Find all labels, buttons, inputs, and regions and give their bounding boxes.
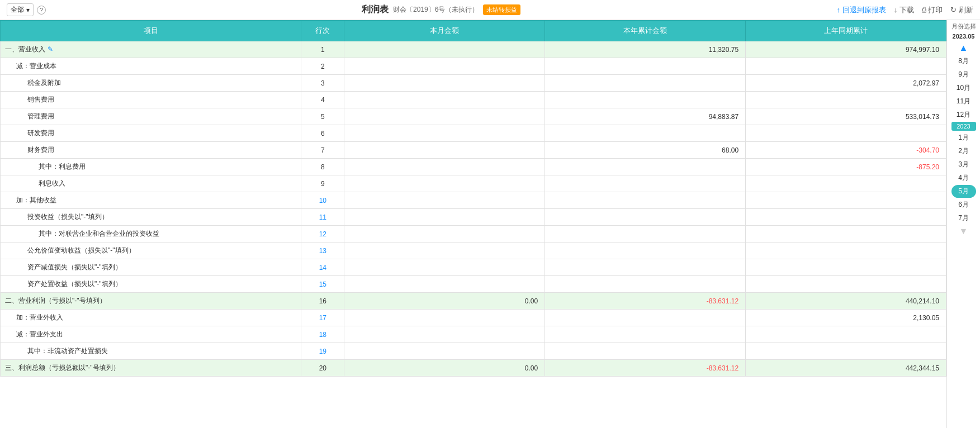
- cell-row-num: 6: [301, 125, 344, 142]
- cell-lastyear: [746, 192, 946, 209]
- cell-item: 三、利润总额（亏损总额以"-"号填列）: [1, 360, 301, 377]
- cell-year: 11,320.75: [545, 41, 746, 58]
- cell-row-num: 8: [301, 159, 344, 175]
- cell-month: [344, 75, 545, 92]
- cell-lastyear: [746, 326, 946, 343]
- top-bar: 全部 ▾ ? 利润表 财会〔2019〕6号（未执行） 未结转损益 ↑ 回退到原报…: [0, 0, 980, 20]
- month-btn[interactable]: 8月: [951, 55, 976, 68]
- month-btn[interactable]: 2023: [951, 122, 976, 131]
- cell-item: 管理费用: [1, 108, 301, 125]
- col-header-item: 项目: [1, 21, 301, 41]
- month-btn[interactable]: 2月: [951, 145, 976, 158]
- cell-row-num: 18: [301, 326, 344, 343]
- month-btn[interactable]: 12月: [951, 108, 976, 121]
- cell-item: 一、营业收入✎: [1, 41, 301, 58]
- print-button[interactable]: ⎙ 打印: [922, 5, 943, 15]
- table-row: 一、营业收入✎111,320.75974,997.10: [1, 41, 946, 58]
- cell-item: 减：营业成本: [1, 58, 301, 75]
- cell-lastyear: [746, 175, 946, 192]
- sidebar-month-title: 月份选择: [951, 22, 976, 31]
- download-button[interactable]: ↓ 下载: [894, 5, 914, 15]
- table-row: 三、利润总额（亏损总额以"-"号填列）200.00-83,631.12442,3…: [1, 360, 946, 377]
- cell-lastyear: [746, 276, 946, 293]
- table-row: 利息收入9: [1, 175, 946, 192]
- cell-lastyear: [746, 226, 946, 242]
- cell-month: [344, 92, 545, 108]
- cell-lastyear: 442,344.15: [746, 360, 946, 377]
- cell-item: 加：营业外收入: [1, 310, 301, 326]
- month-btn[interactable]: 5月: [951, 185, 976, 198]
- help-icon[interactable]: ?: [37, 6, 46, 15]
- cell-lastyear: [746, 259, 946, 276]
- table-row: 财务费用768.00-304.70: [1, 142, 946, 159]
- cell-year: [545, 276, 746, 293]
- cell-lastyear: [746, 242, 946, 259]
- cell-item: 二、营业利润（亏损以"-"号填列）: [1, 293, 301, 310]
- table-row: 加：其他收益10: [1, 192, 946, 209]
- cell-lastyear: -304.70: [746, 142, 946, 159]
- cell-month: [344, 242, 545, 259]
- cell-lastyear: [746, 209, 946, 226]
- cell-month: [344, 326, 545, 343]
- cell-lastyear: 533,014.73: [746, 108, 946, 125]
- cell-item: 其中：非流动资产处置损失: [1, 343, 301, 360]
- cell-row-num: 13: [301, 242, 344, 259]
- table-row: 资产处置收益（损失以"-"填列）15: [1, 276, 946, 293]
- refresh-button[interactable]: ↻ 刷新: [950, 5, 973, 15]
- cell-row-num: 9: [301, 175, 344, 192]
- month-btn[interactable]: 3月: [951, 158, 976, 171]
- cell-row-num: 2: [301, 58, 344, 75]
- table-row: 其中：利息费用8-875.20: [1, 159, 946, 175]
- cell-year: [545, 75, 746, 92]
- table-row: 销售费用4: [1, 92, 946, 108]
- chevron-down-icon: ▾: [26, 6, 30, 14]
- cell-lastyear: [746, 343, 946, 360]
- table-row: 二、营业利润（亏损以"-"号填列）160.00-83,631.12440,214…: [1, 293, 946, 310]
- cell-row-num: 1: [301, 41, 344, 58]
- cell-year: [545, 226, 746, 242]
- cell-year: [545, 192, 746, 209]
- month-btn[interactable]: 4月: [951, 172, 976, 184]
- cell-year: [545, 259, 746, 276]
- cell-month: [344, 343, 545, 360]
- cell-year: 68.00: [545, 142, 746, 159]
- table-row: 减：营业成本2: [1, 58, 946, 75]
- scope-dropdown[interactable]: 全部 ▾: [7, 3, 34, 16]
- month-btn[interactable]: 6月: [951, 198, 976, 211]
- cell-year: [545, 209, 746, 226]
- cell-item: 研发费用: [1, 125, 301, 142]
- cell-lastyear: [746, 125, 946, 142]
- cell-row-num: 14: [301, 259, 344, 276]
- cell-item: 其中：利息费用: [1, 159, 301, 175]
- cell-year: [545, 92, 746, 108]
- cell-item: 资产处置收益（损失以"-"填列）: [1, 276, 301, 293]
- cell-lastyear: [746, 58, 946, 75]
- month-btn[interactable]: 10月: [951, 82, 976, 94]
- table-row: 投资收益（损失以"-"填列）11: [1, 209, 946, 226]
- back-button[interactable]: ↑ 回退到原报表: [837, 5, 886, 15]
- cell-month: [344, 276, 545, 293]
- month-btn[interactable]: 9月: [951, 68, 976, 81]
- cell-row-num: 4: [301, 92, 344, 108]
- cell-year: [545, 343, 746, 360]
- table-area: 项目 行次 本月金额 本年累计金额 上年同期累计 一、营业收入✎111,320.…: [0, 20, 946, 428]
- cell-month: [344, 226, 545, 242]
- month-nav-up[interactable]: ▲: [959, 43, 968, 53]
- edit-icon[interactable]: ✎: [48, 45, 53, 53]
- page-subtitle: 财会〔2019〕6号（未执行）: [393, 5, 479, 15]
- table-row: 减：营业外支出18: [1, 326, 946, 343]
- cell-lastyear: 974,997.10: [746, 41, 946, 58]
- month-btn[interactable]: 1月: [951, 131, 976, 144]
- col-header-year: 本年累计金额: [545, 21, 746, 41]
- cell-item: 投资收益（损失以"-"填列）: [1, 209, 301, 226]
- scope-label: 全部: [11, 5, 24, 15]
- col-header-month: 本月金额: [344, 21, 545, 41]
- month-btn[interactable]: 11月: [951, 95, 976, 108]
- main-content: 项目 行次 本月金额 本年累计金额 上年同期累计 一、营业收入✎111,320.…: [0, 20, 980, 428]
- table-row: 研发费用6: [1, 125, 946, 142]
- table-row: 加：营业外收入172,130.05: [1, 310, 946, 326]
- cell-month: [344, 159, 545, 175]
- cell-year: -83,631.12: [545, 360, 746, 377]
- month-btn[interactable]: 7月: [951, 212, 976, 225]
- cell-year: 94,883.87: [545, 108, 746, 125]
